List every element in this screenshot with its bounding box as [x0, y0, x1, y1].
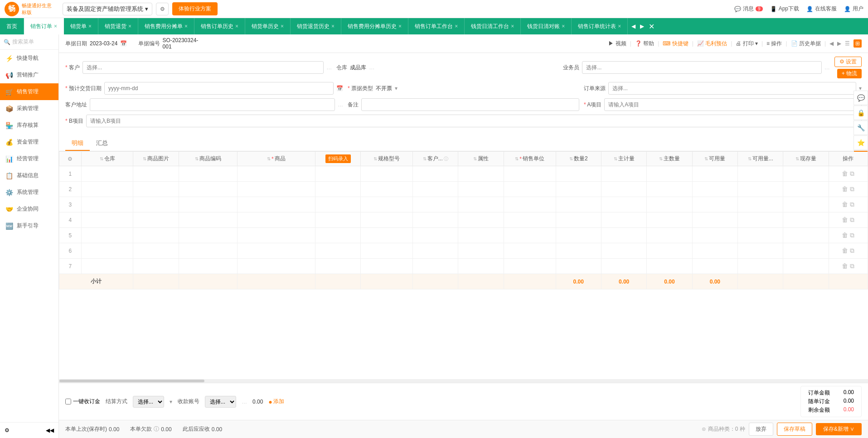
sidebar-item-system[interactable]: ⚙️ 系统管理	[0, 184, 58, 201]
table-cell[interactable]	[315, 166, 360, 182]
sort-icon[interactable]: ⇅	[515, 156, 519, 161]
table-cell[interactable]	[413, 166, 458, 182]
online-support-btn[interactable]: 👤 在线客服	[806, 5, 837, 13]
table-cell[interactable]	[647, 197, 692, 212]
table-cell[interactable]	[738, 212, 783, 228]
tab-close-icon[interactable]: ×	[398, 23, 402, 29]
table-cell[interactable]	[413, 259, 458, 274]
table-cell[interactable]	[738, 166, 783, 182]
delivery-date-input[interactable]	[104, 82, 334, 95]
table-cell[interactable]	[692, 166, 737, 182]
table-cell[interactable]	[458, 259, 504, 274]
a-project-input[interactable]	[604, 98, 862, 111]
table-cell[interactable]	[361, 243, 413, 259]
table-cell[interactable]	[361, 166, 413, 182]
sort-icon[interactable]: ⇅	[795, 156, 799, 161]
copy-icon[interactable]: ⧉	[850, 247, 854, 255]
table-cell[interactable]	[81, 212, 133, 228]
float-btn-1[interactable]: 💬	[853, 91, 868, 105]
print-btn[interactable]: 🖨 打印 ▾	[736, 40, 758, 48]
table-cell[interactable]	[361, 259, 413, 274]
list-view-icon[interactable]: ☰	[845, 40, 850, 47]
table-cell[interactable]	[601, 182, 646, 197]
delete-icon[interactable]: 🗑	[842, 247, 848, 255]
table-cell[interactable]	[413, 228, 458, 243]
table-cell[interactable]	[81, 243, 133, 259]
tab-close-icon[interactable]: ×	[184, 23, 188, 29]
sort-icon[interactable]: ⇅	[195, 156, 199, 161]
table-cell[interactable]	[738, 243, 783, 259]
table-cell[interactable]	[413, 197, 458, 212]
table-cell[interactable]	[738, 259, 783, 274]
tab-detail[interactable]: 明细	[65, 136, 90, 151]
tab-fee-history[interactable]: 销售费用分摊单历史 ×	[341, 18, 408, 34]
customer-input[interactable]	[82, 61, 324, 74]
settings-icon[interactable]: ⚙	[156, 3, 169, 15]
copy-icon[interactable]: ⧉	[850, 231, 854, 239]
table-cell[interactable]	[556, 166, 601, 182]
tab-sales-bill-history[interactable]: 销货单历史 ×	[245, 18, 291, 34]
tab-summary[interactable]: 汇总	[90, 136, 114, 151]
table-cell[interactable]	[556, 259, 601, 274]
tab-sales-order[interactable]: 销售订单 ×	[24, 18, 64, 34]
float-btn-3[interactable]: 🔧	[853, 120, 868, 135]
table-cell[interactable]	[133, 182, 179, 197]
table-cell[interactable]	[179, 228, 237, 243]
table-cell[interactable]	[179, 212, 237, 228]
sidebar-item-marketing[interactable]: 📢 营销推广	[0, 67, 58, 83]
copy-icon[interactable]: ⧉	[850, 262, 854, 270]
address-more-icon[interactable]: …	[338, 101, 343, 108]
sort-icon[interactable]: ⇅	[373, 156, 377, 161]
nav-right-arrow[interactable]: ▶	[638, 22, 646, 30]
tab-close-icon[interactable]: ×	[562, 23, 565, 29]
table-cell[interactable]	[361, 182, 413, 197]
table-cell[interactable]	[237, 182, 315, 197]
table-cell[interactable]	[315, 243, 360, 259]
table-cell[interactable]	[647, 166, 692, 182]
b-project-input[interactable]	[86, 115, 862, 127]
col-settings-icon[interactable]: ⚙	[68, 156, 73, 162]
table-cell[interactable]	[133, 243, 179, 259]
message-btn[interactable]: 💬 消息 9	[734, 5, 763, 13]
nav-close-all[interactable]: ✕	[647, 21, 656, 32]
sort-icon[interactable]: ⇅	[100, 156, 103, 161]
table-cell[interactable]	[601, 259, 646, 274]
tab-sales-history[interactable]: 销售订单历史 ×	[194, 18, 245, 34]
table-cell[interactable]	[413, 243, 458, 259]
add-btn[interactable]: ● 添加	[268, 398, 284, 405]
table-cell[interactable]	[458, 212, 504, 228]
table-cell[interactable]	[413, 182, 458, 197]
table-cell[interactable]	[692, 243, 737, 259]
table-cell[interactable]	[692, 197, 737, 212]
table-cell[interactable]	[458, 197, 504, 212]
sort-icon[interactable]: ⇅	[659, 156, 663, 161]
table-cell[interactable]	[692, 259, 737, 274]
copy-icon[interactable]: ⧉	[850, 185, 854, 193]
table-cell[interactable]	[647, 228, 692, 243]
sort-icon[interactable]: ⇅	[614, 156, 617, 161]
collection-account-select[interactable]: 选择...	[205, 396, 236, 408]
scan-btn[interactable]: 扫码录入	[325, 154, 351, 163]
tab-close-icon[interactable]: ×	[88, 23, 92, 29]
video-btn[interactable]: ▶ 视频	[608, 40, 626, 48]
table-cell[interactable]	[237, 243, 315, 259]
scrollbar-area[interactable]	[59, 379, 868, 383]
tab-close-icon[interactable]: ×	[281, 23, 284, 29]
table-cell[interactable]	[133, 166, 179, 182]
table-cell[interactable]	[692, 212, 737, 228]
table-cell[interactable]	[81, 228, 133, 243]
table-cell[interactable]	[315, 228, 360, 243]
table-cell[interactable]	[315, 212, 360, 228]
sidebar-item-basic-info[interactable]: 📋 基础信息	[0, 167, 58, 184]
sidebar-search[interactable]: 🔍 搜索菜单	[0, 34, 58, 50]
help-btn[interactable]: ❓ 帮助	[635, 40, 654, 48]
tab-close-icon[interactable]: ×	[455, 23, 458, 29]
tab-close-icon[interactable]: ×	[235, 23, 238, 29]
table-cell[interactable]	[133, 197, 179, 212]
table-cell[interactable]	[133, 212, 179, 228]
table-cell[interactable]	[601, 212, 646, 228]
table-cell[interactable]	[692, 228, 737, 243]
th-settings[interactable]: ⚙	[59, 152, 82, 166]
add-material-btn[interactable]: + 物流	[837, 69, 862, 78]
table-cell[interactable]	[692, 182, 737, 197]
